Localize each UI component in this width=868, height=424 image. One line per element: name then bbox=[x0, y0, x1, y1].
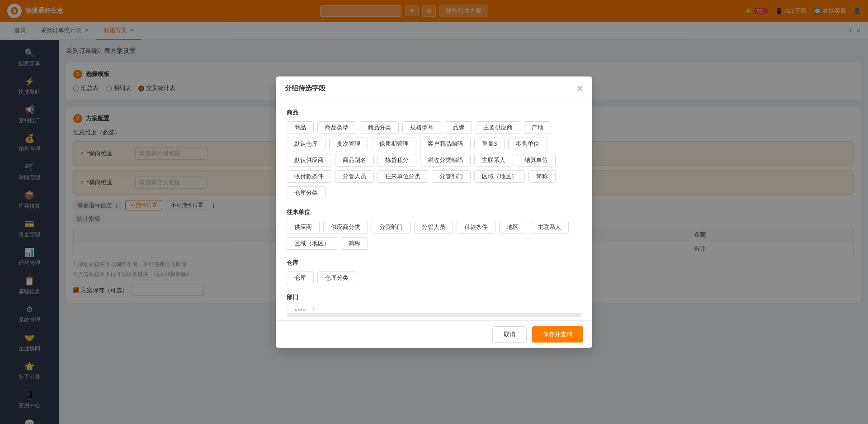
tag-product-type[interactable]: 商品类型 bbox=[317, 121, 356, 134]
modal-cancel-button[interactable]: 取消 bbox=[492, 326, 527, 343]
section-product: 商品 商品 商品类型 商品分类 规格型号 品牌 主要供应商 产地 默认仓库 批次… bbox=[287, 109, 581, 199]
tag-partner-manager[interactable]: 分管人员 bbox=[414, 221, 453, 233]
tag-region[interactable]: 区域（地区） bbox=[474, 170, 525, 183]
tag-partner-short[interactable]: 简称 bbox=[341, 237, 368, 250]
section-product-tags: 商品 商品类型 商品分类 规格型号 品牌 主要供应商 产地 默认仓库 批次管理 … bbox=[287, 121, 581, 199]
tag-main-supplier[interactable]: 主要供应商 bbox=[476, 121, 520, 134]
tag-default-supplier[interactable]: 默认供应商 bbox=[287, 154, 331, 167]
tag-spec-model[interactable]: 规格型号 bbox=[402, 121, 441, 134]
section-partner: 往来单位 供应商 供应商分类 分管部门 分管人员 付款条件 地区 主联系人 区域… bbox=[287, 208, 581, 250]
tag-settlement-unit[interactable]: 结算单位 bbox=[517, 154, 556, 167]
section-dept-title: 部门 bbox=[287, 293, 581, 301]
section-warehouse-tags: 仓库 仓库分类 bbox=[287, 272, 581, 284]
tag-short-name[interactable]: 简称 bbox=[528, 170, 556, 183]
tag-batch-mgmt[interactable]: 批次管理 bbox=[329, 138, 368, 150]
modal-horizontal-scroll bbox=[276, 311, 592, 320]
tag-payment-terms[interactable]: 收付款条件 bbox=[287, 170, 331, 183]
tag-pick-points[interactable]: 拣货积分 bbox=[377, 154, 416, 167]
tag-weight3[interactable]: 重量3 bbox=[474, 138, 505, 150]
tag-payment-cond[interactable]: 付款条件 bbox=[457, 221, 495, 233]
tag-partner-contact[interactable]: 主联系人 bbox=[530, 221, 569, 233]
modal-title: 分组待选字段 bbox=[285, 84, 326, 93]
tag-manager[interactable]: 分管人员 bbox=[335, 170, 374, 183]
section-warehouse: 仓库 仓库 仓库分类 bbox=[287, 259, 581, 284]
tag-dept[interactable]: 部门 bbox=[287, 306, 314, 311]
tag-main-contact[interactable]: 主联系人 bbox=[474, 154, 513, 167]
section-dept: 部门 部门 bbox=[287, 293, 581, 311]
tag-default-warehouse[interactable]: 默认仓库 bbox=[287, 138, 326, 150]
section-partner-tags: 供应商 供应商分类 分管部门 分管人员 付款条件 地区 主联系人 区域（地区） … bbox=[287, 221, 581, 250]
tag-customer-code[interactable]: 客户商品编码 bbox=[420, 138, 471, 150]
modal-dialog: 分组待选字段 ✕ 商品 商品 商品类型 商品分类 规格型号 品牌 主要供应商 产… bbox=[276, 76, 592, 348]
tag-area[interactable]: 地区 bbox=[499, 221, 526, 233]
modal-overlay: 分组待选字段 ✕ 商品 商品 商品类型 商品分类 规格型号 品牌 主要供应商 产… bbox=[0, 0, 868, 424]
tag-shelf-life[interactable]: 保质期管理 bbox=[372, 138, 416, 150]
tag-tax-code[interactable]: 税收分类编码 bbox=[420, 154, 471, 167]
modal-header: 分组待选字段 ✕ bbox=[276, 76, 592, 101]
tag-warehouse-cat[interactable]: 仓库分类 bbox=[317, 272, 356, 284]
tag-partner-dept[interactable]: 分管部门 bbox=[372, 221, 410, 233]
section-dept-tags: 部门 bbox=[287, 306, 581, 311]
tag-partner-category[interactable]: 往来单位分类 bbox=[377, 170, 428, 183]
modal-footer: 取消 保存并查询 bbox=[276, 320, 592, 348]
tag-product-alias[interactable]: 商品别名 bbox=[335, 154, 374, 167]
section-partner-title: 往来单位 bbox=[287, 208, 581, 216]
tag-product[interactable]: 商品 bbox=[287, 121, 314, 134]
horizontal-scrollbar-track[interactable] bbox=[287, 313, 581, 317]
modal-save-button[interactable]: 保存并查询 bbox=[532, 326, 583, 343]
tag-origin[interactable]: 产地 bbox=[524, 121, 551, 134]
section-warehouse-title: 仓库 bbox=[287, 259, 581, 267]
section-product-title: 商品 bbox=[287, 109, 581, 117]
tag-retail-unit[interactable]: 零售单位 bbox=[508, 138, 547, 150]
modal-body: 商品 商品 商品类型 商品分类 规格型号 品牌 主要供应商 产地 默认仓库 批次… bbox=[276, 101, 592, 311]
tag-dept-managed[interactable]: 分管部门 bbox=[432, 170, 471, 183]
tag-warehouse-category[interactable]: 仓库分类 bbox=[287, 186, 326, 199]
tag-supplier[interactable]: 供应商 bbox=[287, 221, 320, 233]
tag-supplier-category[interactable]: 供应商分类 bbox=[323, 221, 368, 233]
modal-close-button[interactable]: ✕ bbox=[576, 84, 583, 94]
tag-warehouse[interactable]: 仓库 bbox=[287, 272, 314, 284]
tag-product-category[interactable]: 商品分类 bbox=[360, 121, 399, 134]
tag-partner-region[interactable]: 区域（地区） bbox=[287, 237, 337, 250]
tag-brand[interactable]: 品牌 bbox=[445, 121, 472, 134]
